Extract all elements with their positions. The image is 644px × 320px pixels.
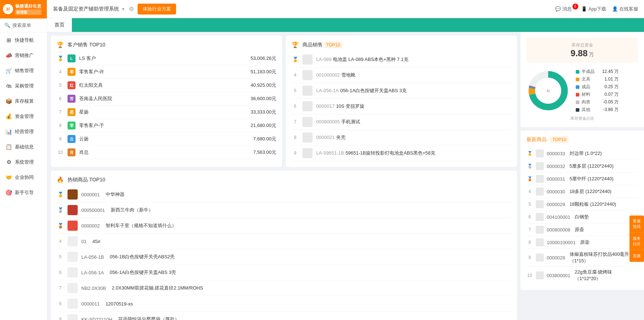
customer-rank-2: 4 零 零售客户-许 51,183.00元 — [57, 65, 276, 79]
hot-medal-2: 🥈 — [57, 206, 64, 214]
hot-img-2 — [68, 205, 78, 215]
hot-product-8: 8 0000011 12070519-xs — [57, 296, 511, 312]
content-area: 🏆 客户销售 TOP10 🥇 L LS 客户 53,006.26元 4 零 — [47, 32, 644, 320]
customer-amount-5: 33,333.00元 — [250, 109, 276, 115]
hot-img-4 — [68, 236, 78, 246]
customer-name-5: 星扬 — [79, 109, 247, 115]
sidebar-item-inventory[interactable]: 📦 库存核算 — [0, 94, 47, 109]
sidebar-item-sales[interactable]: 🛒 销售管理 — [0, 63, 47, 78]
message-item[interactable]: 💬 消息 6 — [555, 6, 575, 12]
sidebar-item-marketing[interactable]: 📣 营销推广 — [0, 48, 47, 63]
donut-center-label: Ai — [547, 89, 550, 93]
online-service-item[interactable]: 👤 在线客服 — [612, 6, 638, 12]
customer-top10-header: 🏆 客户销售 TOP10 — [57, 41, 276, 48]
latest-img-7 — [536, 226, 544, 234]
floating-btn-community[interactable]: 服务社区 — [629, 233, 644, 250]
sidebar-item-purchase[interactable]: 🛍 采购管理 — [0, 78, 47, 94]
product-rank-5: 7 000800005手机测试 — [292, 114, 511, 130]
inventory-total: 库存总资金 9.88 万 — [526, 38, 638, 63]
product-img-7 — [302, 148, 313, 158]
floating-btn-service[interactable]: 客服热线 — [629, 216, 644, 233]
product-medal-1: 🥇 — [292, 56, 299, 63]
dropdown-icon[interactable]: ▼ — [121, 7, 125, 11]
hot-img-1 — [68, 189, 78, 200]
customer-name-3: 红太阳文具 — [79, 82, 247, 89]
customer-amount-1: 53,006.26元 — [250, 55, 276, 62]
hot-medal-1: 🥇 — [57, 191, 64, 198]
customer-amount-6: 21,680.00元 — [250, 122, 276, 129]
search-menu-item[interactable]: 🔍 搜索菜单 — [0, 19, 47, 33]
donut-chart: Ai — [526, 69, 570, 112]
inventory-footer: 库存资金占比 — [526, 116, 638, 121]
inventory-amount: 9.88 — [571, 48, 588, 58]
customer-amount-2: 51,183.00元 — [250, 69, 276, 75]
search-icon: 🔍 — [4, 22, 10, 28]
sidebar-item-enterprise[interactable]: 🤝 企业协同 — [0, 170, 47, 185]
floating-btn-live[interactable]: 直播 — [629, 250, 644, 262]
customer-avatar-8: 肖 — [68, 148, 76, 156]
hot-product-4: 4 01 45# — [57, 234, 511, 249]
latest-img-8 — [536, 238, 544, 246]
hot-img-3 — [68, 221, 78, 231]
customer-rank-7: 9 云 云扬 7,680.00元 — [57, 132, 276, 146]
nav-tabs: 首页 — [47, 18, 644, 32]
legend-dot-5 — [576, 108, 579, 112]
hot-product-9: 9 KK-SD22110H 花语萌恒温分婴婴袋（厚款） — [57, 312, 511, 320]
customer-avatar-5: 星 — [68, 108, 76, 116]
hot-product-2: 🥈 000500001 新西兰牛肉（新牛） — [57, 202, 511, 218]
product-img-3 — [302, 86, 313, 96]
product-name-6: 0000021夹壳 — [316, 134, 511, 141]
main-area: 装备及固定资产辅助管理系统 ▼ ⚙ 体验行业方案 💬 消息 6 📱 App下载 … — [47, 0, 644, 320]
latest-img-3 — [536, 175, 544, 183]
sidebar-item-system[interactable]: ⚙ 系统管理 — [0, 155, 47, 170]
latest-item-9: 9 0000028 体椒嘉枝味苏打饮品400毫升（1*15） — [526, 249, 638, 267]
sidebar-item-guide[interactable]: 🎯 新手引导 — [0, 185, 47, 200]
legend-item-1: 文具 1.01 万 — [576, 76, 619, 82]
tab-home[interactable]: 首页 — [47, 18, 72, 32]
product-rank-6: 8 0000021夹壳 — [292, 130, 511, 145]
marketing-icon: 📣 — [5, 52, 12, 59]
legend-item-5: 其他 -3.86 万 — [576, 107, 619, 113]
product-name-2: 001000002雪地靴 — [316, 72, 511, 78]
legend-dot-4 — [576, 100, 579, 104]
guide-icon: 🎯 — [5, 189, 12, 196]
hot-product-1: 🥇 0000001 中华神器 — [57, 187, 511, 202]
latest-img-4 — [536, 188, 544, 196]
latest-img-2 — [536, 162, 544, 170]
app-download-item[interactable]: 📱 App下载 — [581, 6, 606, 12]
customer-top10-title: 客户销售 TOP10 — [68, 42, 105, 48]
floating-buttons: 客服热线 服务社区 直播 — [629, 216, 644, 262]
sidebar-item-quick-nav[interactable]: ⊞ 快捷导航 — [0, 33, 47, 48]
product-rank-2: 4 001000002雪地靴 — [292, 67, 511, 83]
latest-img-10 — [536, 271, 544, 279]
topbar-right: 💬 消息 6 📱 App下载 👤 在线客服 — [555, 6, 638, 12]
customer-amount-4: 36,600.00元 — [250, 95, 276, 102]
product-img-2 — [302, 70, 313, 80]
sidebar-item-operations[interactable]: 📊 经营管理 — [0, 124, 47, 139]
home-icon: ⊞ — [5, 37, 12, 44]
inventory-legend: 半成品 12.45 万 文具 1.01 万 成品 0.25 万 — [576, 69, 619, 113]
latest-products-card: 最新商品 TOP10 🥇 0000033 封边带 (1.0*22) 🥈 0000… — [521, 131, 644, 290]
customer-top10-card: 🏆 客户销售 TOP10 🥇 L LS 客户 53,006.26元 4 零 — [51, 36, 282, 167]
sidebar-item-basic-info[interactable]: 📋 基础信息 — [0, 139, 47, 155]
latest-item-6: 6 004100001 白钢垫 — [526, 211, 638, 223]
latest-top-badge: TOP10 — [550, 136, 568, 143]
customer-name-8: 肖总 — [79, 149, 249, 156]
customer-rank-4: 6 苦 苍南县人民医院 36,600.00元 — [57, 92, 276, 106]
latest-img-1 — [536, 149, 544, 157]
trial-button[interactable]: 体验行业方案 — [138, 4, 176, 15]
legend-item-3: 材料 0.07 万 — [576, 91, 619, 98]
sidebar-item-finance[interactable]: 💰 资金管理 — [0, 109, 47, 124]
hot-img-5 — [68, 252, 78, 262]
fire-icon: 🔥 — [57, 176, 64, 183]
customer-amount-7: 7,680.00元 — [253, 136, 276, 142]
customer-rank-1: 🥇 L LS 客户 53,006.26元 — [57, 52, 276, 65]
info-icon: 📋 — [5, 144, 12, 150]
product-img-5 — [302, 117, 313, 127]
settings-icon[interactable]: ⚙ — [129, 5, 134, 12]
customer-avatar-2: 零 — [68, 68, 76, 76]
latest-products-list: 🥇 0000033 封边带 (1.0*22) 🥈 0000032 5厘多层 (1… — [526, 147, 638, 284]
hot-product-6: 6 LA-056-1A 056-1A白色按键开关盖ABS 3壳 — [57, 265, 511, 280]
product-top10-card: 🏆 商品销售 TOP10 🥇 LA-089电池盖 LA-089 ABS本色+黑种… — [286, 36, 517, 167]
legend-item-0: 半成品 12.45 万 — [576, 69, 619, 75]
